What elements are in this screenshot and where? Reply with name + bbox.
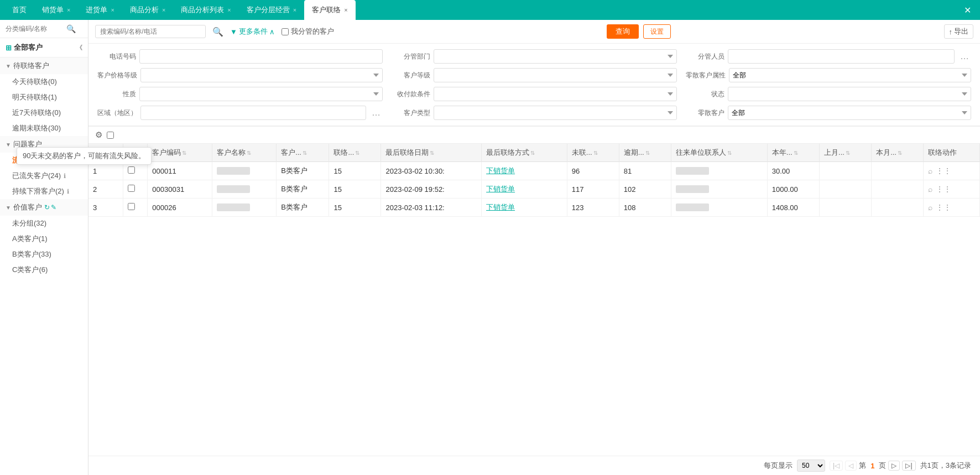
- sidebar-group-pending-label: 待联络客户: [13, 61, 49, 71]
- dept-select[interactable]: [434, 49, 677, 64]
- first-page-button[interactable]: |◁: [830, 461, 843, 471]
- sidebar-all-customers[interactable]: ⊞ 全部客户 《: [0, 38, 88, 58]
- filter-my-customers[interactable]: 我分管的客户: [282, 27, 334, 36]
- row-checkbox-1[interactable]: [128, 185, 135, 192]
- sidebar-group-pending[interactable]: ▼ 待联络客户: [0, 58, 88, 74]
- filter-bar: 🔍 ▼ 更多条件 ∧ 我分管的客户 查询 设置 ↑ 导出: [88, 20, 980, 44]
- tab-analysis-label: 商品分析: [130, 5, 159, 15]
- table-row: 3 000026 B类客户 15 2023-02-03 11:12: 下销货单 …: [88, 199, 980, 217]
- sidebar-item-class-a[interactable]: A类客户(1): [0, 231, 88, 247]
- sidebar-search-input[interactable]: [6, 25, 66, 33]
- filter-search-button[interactable]: 🔍: [212, 27, 223, 37]
- tab-purchase-label: 进货单: [86, 5, 107, 15]
- action-contact-icon-0[interactable]: ⌕: [928, 166, 932, 175]
- person-input[interactable]: [728, 49, 955, 64]
- action-more-icon-1[interactable]: ⋮⋮: [936, 185, 951, 194]
- filter-field-customer-type: 客户类型: [392, 106, 677, 120]
- action-icons-2: ⌕ ⋮⋮: [928, 203, 975, 212]
- last-method-link-0[interactable]: 下销货单: [486, 166, 515, 175]
- export-button[interactable]: ↑ 导出: [944, 24, 974, 39]
- sidebar-group-value[interactable]: ▼ 价值客户 ↻ ✎: [0, 199, 88, 216]
- tab-purchase[interactable]: 进货单 ×: [78, 0, 122, 20]
- gear-settings-icon[interactable]: ⚙: [95, 130, 102, 140]
- filter-more-conditions[interactable]: ▼ 更多条件 ∧: [230, 27, 275, 36]
- edit-icon[interactable]: ✎: [51, 203, 56, 211]
- chevron-up-icon: ∧: [269, 28, 275, 36]
- tab-analysis-close[interactable]: ×: [162, 7, 165, 13]
- action-more-icon-0[interactable]: ⋮⋮: [936, 166, 951, 175]
- page-suffix: 页: [879, 461, 886, 471]
- tab-purchase-close[interactable]: ×: [111, 7, 114, 13]
- last-page-button[interactable]: ▷|: [902, 461, 915, 471]
- col-actions: 联络动作: [924, 144, 980, 162]
- cell-last-date: 2023-02-03 11:12:: [381, 199, 482, 217]
- page-label: 第: [859, 461, 866, 471]
- tab-sales-close[interactable]: ×: [67, 7, 70, 13]
- sidebar-item-class-b[interactable]: B类客户(33): [0, 247, 88, 262]
- sidebar-item-churned[interactable]: 已流失客户(24) ℹ: [0, 168, 88, 184]
- sidebar-item-7days[interactable]: 近7天待联络(0): [0, 105, 88, 121]
- query-button[interactable]: 查询: [607, 24, 639, 39]
- filter-field-gender: 性质: [97, 87, 383, 101]
- sort-icon-code: ⇅: [182, 150, 186, 156]
- row-checkbox-2[interactable]: [128, 203, 135, 210]
- my-customers-checkbox[interactable]: [282, 28, 289, 35]
- price-level-select[interactable]: [140, 68, 383, 82]
- settings-button[interactable]: 设置: [643, 24, 671, 39]
- close-all-tabs-button[interactable]: ✕: [960, 5, 976, 15]
- sidebar-item-class-c[interactable]: C类客户(6): [0, 262, 88, 278]
- sidebar-item-declining[interactable]: 持续下滑客户(2) ℹ: [0, 184, 88, 199]
- tooltip-text: 90天未交易的客户，可能有流失风险。: [23, 152, 88, 160]
- prev-page-button[interactable]: ◁: [845, 461, 857, 471]
- row-checkbox-0[interactable]: [128, 166, 135, 174]
- cell-checkbox[interactable]: [123, 180, 148, 199]
- tab-customer-contact-close[interactable]: ×: [344, 7, 347, 13]
- next-page-button[interactable]: ▷: [888, 461, 900, 471]
- sidebar-item-tomorrow[interactable]: 明天待联络(1): [0, 90, 88, 105]
- customer-level-select[interactable]: [434, 68, 677, 82]
- region-input[interactable]: [140, 106, 366, 120]
- table-container: 序号 客户编码⇅ 客户名称⇅ 客户...⇅ 联络...⇅ 最后联络日期⇅ 最后联…: [88, 144, 980, 456]
- action-contact-icon-1[interactable]: ⌕: [928, 185, 932, 194]
- customer-type-label: 客户类型: [392, 108, 430, 118]
- cell-code: 00030031: [148, 180, 212, 199]
- action-more-icon-2[interactable]: ⋮⋮: [936, 203, 951, 212]
- payment-select[interactable]: [434, 87, 677, 101]
- select-all-checkbox[interactable]: [107, 132, 114, 139]
- last-method-link-1[interactable]: 下销货单: [486, 185, 515, 193]
- gender-label: 性质: [97, 90, 136, 99]
- tab-analysis[interactable]: 商品分析 ×: [122, 0, 173, 20]
- filter-field-retail: 零散客户 全部: [686, 106, 971, 120]
- tab-analysis-list[interactable]: 商品分析列表 ×: [173, 0, 238, 20]
- phone-input[interactable]: [139, 49, 383, 64]
- cell-checkbox[interactable]: [123, 199, 148, 217]
- per-page-select[interactable]: 50 100 200: [797, 460, 825, 472]
- tab-analysis-list-close[interactable]: ×: [227, 7, 231, 13]
- status-select[interactable]: [728, 87, 971, 101]
- customer-type-select[interactable]: [434, 106, 677, 120]
- region-more-icon[interactable]: …: [369, 108, 383, 118]
- tab-customer-contact[interactable]: 客户联络 ×: [304, 0, 355, 20]
- cell-this-year: 1408.00: [767, 199, 819, 217]
- cell-no-contact: 117: [567, 180, 619, 199]
- sidebar-item-overdue[interactable]: 逾期未联络(30): [0, 121, 88, 136]
- tab-sales[interactable]: 销货单 ×: [34, 0, 78, 20]
- action-contact-icon-2[interactable]: ⌕: [928, 203, 932, 212]
- gender-select[interactable]: [139, 87, 383, 101]
- sidebar-item-unclassified[interactable]: 未分组(32): [0, 216, 88, 231]
- col-level: 客户...⇅: [277, 144, 329, 162]
- tab-customer-tier[interactable]: 客户分层经营 ×: [239, 0, 304, 20]
- credit-select[interactable]: 全部: [729, 68, 971, 82]
- filter-search-input[interactable]: [95, 25, 206, 38]
- refresh-icon[interactable]: ↻: [44, 203, 50, 211]
- tab-home[interactable]: 首页: [4, 0, 34, 20]
- col-last-date: 最后联络日期⇅: [381, 144, 482, 162]
- retail-select[interactable]: 全部: [728, 106, 971, 120]
- tab-customer-tier-close[interactable]: ×: [293, 7, 296, 13]
- retail-label: 零散客户: [686, 108, 724, 118]
- last-method-link-2[interactable]: 下销货单: [486, 203, 515, 211]
- sidebar-item-today[interactable]: 今天待联络(0): [0, 74, 88, 90]
- blurred-name-1: [217, 185, 250, 193]
- person-more-icon[interactable]: …: [958, 51, 971, 61]
- top-tab-bar: 首页 销货单 × 进货单 × 商品分析 × 商品分析列表 × 客户分层经营 × …: [0, 0, 980, 20]
